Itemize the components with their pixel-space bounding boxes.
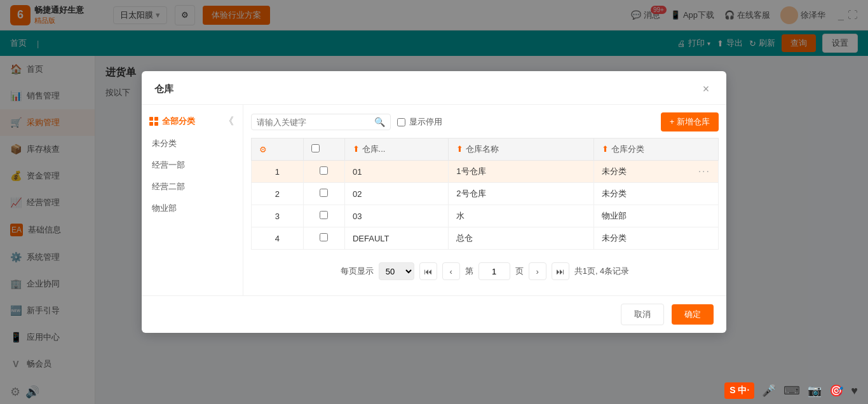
modal-overlay: 仓库 × 全部分类 《 (0, 0, 868, 404)
confirm-button[interactable]: 确定 (672, 304, 714, 325)
row-checkbox-cell[interactable] (303, 161, 344, 183)
row-code: 03 (344, 205, 448, 227)
grid-icon (149, 117, 158, 126)
per-page-label: 每页显示 (341, 266, 374, 277)
table-row[interactable]: 4 DEFAULT 总仓 未分类 (252, 227, 719, 250)
row-num: 1 (252, 161, 304, 183)
modal-footer: 取消 确定 (142, 295, 726, 333)
target-icon[interactable]: 🎯 (829, 384, 843, 398)
heart-icon[interactable]: ♥ (851, 384, 858, 398)
row-name: 总仓 (449, 227, 594, 250)
modal-title: 仓库 (154, 83, 173, 95)
row-name: 水 (449, 205, 594, 227)
category-ops1[interactable]: 经营一部 (142, 154, 243, 176)
row-checkbox[interactable] (320, 211, 328, 219)
table-toolbar: 🔍 显示停用 + 新增仓库 (251, 112, 719, 131)
modal-body: 全部分类 《 未分类 经营一部 经营二部 物业部 🔍 (142, 105, 726, 295)
category-header: 全部分类 《 (142, 110, 243, 133)
row-num: 4 (252, 227, 304, 250)
all-categories-text: 全部分类 (162, 116, 195, 127)
table-area: 🔍 显示停用 + 新增仓库 ⚙ (243, 105, 726, 295)
mic-icon[interactable]: 🎤 (762, 384, 776, 398)
row-name: 2号仓库 (449, 183, 594, 205)
prev-page-btn[interactable]: ‹ (442, 262, 460, 280)
row-category: 物业部 (593, 205, 718, 227)
select-all-checkbox[interactable] (311, 144, 320, 152)
pagination: 每页显示 50 20 100 ⏮ ‹ 第 页 › ⏭ 共1页, 4条记录 (251, 255, 719, 288)
per-page-select[interactable]: 50 20 100 (379, 262, 414, 280)
row-num: 3 (252, 205, 304, 227)
row-checkbox[interactable] (320, 189, 328, 197)
category-sidebar: 全部分类 《 未分类 经营一部 经营二部 物业部 (142, 105, 243, 295)
row-checkbox-cell[interactable] (303, 183, 344, 205)
modal-header: 仓库 × (142, 71, 726, 105)
col-header-category[interactable]: ⬆ 仓库分类 (593, 138, 718, 161)
next-page-btn[interactable]: › (529, 262, 546, 280)
search-input-wrap[interactable]: 🔍 (251, 114, 391, 130)
table-row[interactable]: 2 02 2号仓库 未分类 (252, 183, 719, 205)
add-warehouse-button[interactable]: + 新增仓库 (661, 112, 719, 131)
row-checkbox-cell[interactable] (303, 205, 344, 227)
camera-icon[interactable]: 📷 (808, 384, 822, 398)
row-checkbox-cell[interactable] (303, 227, 344, 250)
last-page-btn[interactable]: ⏭ (552, 262, 569, 280)
row-num: 2 (252, 183, 304, 205)
all-categories-label[interactable]: 全部分类 (149, 116, 195, 127)
search-icon[interactable]: 🔍 (374, 117, 385, 127)
search-input[interactable] (257, 118, 374, 127)
modal-close-button[interactable]: × (698, 81, 714, 97)
total-info: 共1页, 4条记录 (574, 266, 630, 277)
show-disabled-label[interactable]: 显示停用 (397, 116, 442, 128)
page-input[interactable] (478, 262, 510, 280)
show-disabled-text: 显示停用 (409, 116, 442, 128)
category-unclassified[interactable]: 未分类 (142, 133, 243, 154)
category-ops2[interactable]: 经营二部 (142, 176, 243, 198)
warehouse-table: ⚙ ⬆ 仓库... ⬆ 仓库名称 ⬆ 仓库分类 1 01 (251, 138, 719, 250)
row-category: 未分类 (593, 227, 718, 250)
row-code: 02 (344, 183, 448, 205)
page-label: 第 (465, 266, 473, 277)
keyboard-icon[interactable]: ⌨ (783, 384, 800, 398)
first-page-btn[interactable]: ⏮ (419, 262, 437, 280)
table-row[interactable]: 3 03 水 物业部 (252, 205, 719, 227)
warehouse-modal: 仓库 × 全部分类 《 (142, 71, 726, 333)
row-name: 1号仓库 (449, 161, 594, 183)
table-row[interactable]: 1 01 1号仓库 未分类 ··· (252, 161, 719, 183)
col-header-gear: ⚙ (252, 138, 304, 161)
row-code: 01 (344, 161, 448, 183)
row-code: DEFAULT (344, 227, 448, 250)
row-actions-menu[interactable]: ··· (698, 166, 710, 177)
row-checkbox[interactable] (320, 166, 328, 175)
collapse-button[interactable]: 《 (222, 115, 235, 128)
page-unit: 页 (515, 266, 524, 277)
bottom-logo: S 中· (724, 382, 754, 399)
col-header-checkbox (303, 138, 344, 161)
row-checkbox[interactable] (320, 233, 328, 241)
col-header-code[interactable]: ⬆ 仓库... (344, 138, 448, 161)
row-category: 未分类 ··· (593, 161, 718, 183)
category-property[interactable]: 物业部 (142, 198, 243, 219)
show-disabled-checkbox[interactable] (397, 118, 405, 126)
col-header-name[interactable]: ⬆ 仓库名称 (449, 138, 594, 161)
row-category: 未分类 (593, 183, 718, 205)
cancel-button[interactable]: 取消 (621, 304, 664, 325)
app-bottom-bar: S 中· 🎤 ⌨ 📷 🎯 ♥ (714, 377, 868, 404)
